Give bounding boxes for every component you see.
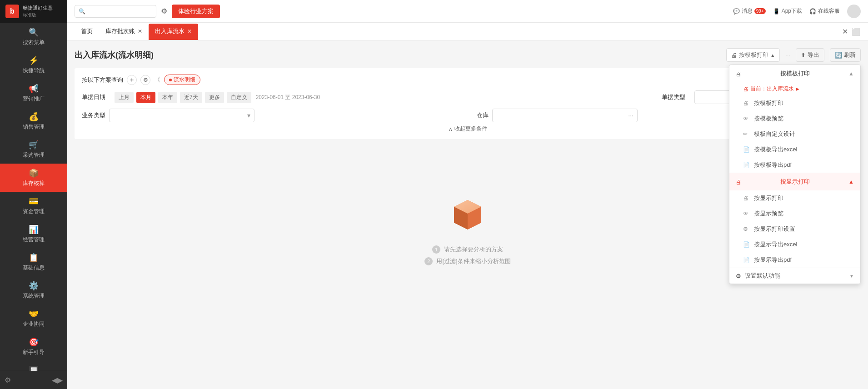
export-icon: ⬆ [801, 52, 806, 59]
dp-set-default-footer[interactable]: ⚙ 设置默认功能 ▼ [729, 268, 860, 284]
print-template-button[interactable]: 🖨 按模板打印 ▲ [726, 48, 780, 62]
sidebar-item-basic[interactable]: 📋 基础信息 [0, 248, 67, 276]
app-sub: 标准版 [23, 12, 53, 18]
topbar-message[interactable]: 💬 消息 99+ [733, 7, 766, 15]
dp-item-display-excel[interactable]: 📄 按显示导出excel [729, 237, 860, 252]
date-group: 上月 本月 本年 近7天 更多 自定义 2023-06-01 至 2023-06… [115, 92, 653, 103]
app-center-icon: 🔲 [29, 365, 39, 371]
tab-inout-close-icon[interactable]: ✕ [187, 28, 192, 35]
dp-template-header[interactable]: 🖨 按模板打印 ▲ [729, 65, 860, 82]
date-btn-7days[interactable]: 近7天 [180, 92, 202, 103]
warehouse-label: 仓库 [477, 111, 489, 120]
service-icon: 🎧 [809, 8, 816, 15]
biz-type-dropdown-icon: ▾ [247, 112, 250, 119]
message-icon: 💬 [733, 8, 740, 15]
sidebar-item-newbie[interactable]: 🎯 新手引导 [0, 333, 67, 361]
app-label: App下载 [782, 7, 802, 15]
dp-template-design-icon: ✏ [743, 131, 750, 137]
dp-item-template-design[interactable]: ✏ 模板自定义设计 [729, 126, 860, 142]
newbie-icon: 🎯 [29, 337, 39, 347]
chevron-up-icon: ▲ [770, 53, 775, 58]
dp-template-print2-icon: 🖨 [743, 100, 750, 106]
collapse-label: 收起更多条件 [454, 125, 487, 133]
date-btn-more[interactable]: 更多 [205, 92, 224, 103]
dp-display-section: 🖨 按显示打印 ▲ 🖨 按显示打印 👁 按显示预览 [729, 173, 860, 268]
sidebar-item-app-center[interactable]: 🔲 应用中心 [0, 361, 67, 371]
sidebar-item-label: 企业协同 [23, 320, 45, 328]
filter-settings-button[interactable]: ⚙ [140, 75, 150, 85]
app-icon: 📱 [773, 8, 780, 15]
sidebar-item-search[interactable]: 🔍 搜索菜单 [0, 23, 67, 51]
sidebar-item-label: 系统管理 [23, 292, 45, 300]
finance-icon: 💳 [29, 196, 39, 206]
dp-display-header[interactable]: 🖨 按显示打印 ▲ [729, 173, 860, 190]
date-btn-this-month[interactable]: 本月 [136, 92, 155, 103]
sidebar-item-operation[interactable]: 📊 经营管理 [0, 220, 67, 248]
dp-display-preview-icon: 👁 [743, 210, 750, 217]
window-close-icon[interactable]: ✕ [842, 27, 848, 36]
filter-tag: 流水明细 [164, 75, 200, 85]
sidebar-item-sales[interactable]: 💰 销售管理 [0, 107, 67, 135]
sidebar-item-marketing[interactable]: 📢 营销推广 [0, 79, 67, 107]
tab-inventory-close-icon[interactable]: ✕ [138, 28, 142, 35]
quick-nav-icon: ⚡ [29, 55, 39, 65]
dp-display-chevron-icon: ▲ [848, 179, 854, 185]
date-btn-custom[interactable]: 自定义 [227, 92, 251, 103]
dp-item-display-preview[interactable]: 👁 按显示预览 [729, 206, 860, 221]
sidebar-item-purchase[interactable]: 🛒 采购管理 [0, 135, 67, 164]
main-content: 🔍 ⚙ 体验行业方案 💬 消息 99+ 📱 App下载 🎧 在线客服 首页 [67, 0, 868, 389]
topbar-gear-icon[interactable]: ⚙ [161, 7, 167, 15]
tab-inout-flow[interactable]: 出入库流水 ✕ [149, 24, 198, 40]
service-label: 在线客服 [818, 7, 840, 15]
tab-inventory-batch[interactable]: 库存批次账 ✕ [99, 24, 149, 40]
user-avatar[interactable] [847, 5, 861, 18]
topbar-search-input[interactable] [87, 8, 142, 15]
dp-item-template-pdf[interactable]: 📄 按模板导出pdf [729, 157, 860, 173]
refresh-button[interactable]: 🔄 刷新 [830, 48, 861, 62]
separator: ··· [785, 52, 790, 59]
dp-template-excel-icon: 📄 [743, 146, 750, 153]
sidebar-item-label: 营销推广 [23, 95, 45, 103]
filter-add-button[interactable]: ＋ [127, 75, 137, 85]
basic-icon: 📋 [29, 253, 39, 263]
settings-gear-icon[interactable]: ⚙ [5, 376, 11, 384]
biz-type-select[interactable]: ▾ [109, 109, 254, 122]
sidebar-item-corp[interactable]: 🤝 企业协同 [0, 304, 67, 333]
tabs-bar: 首页 库存批次账 ✕ 出入库流水 ✕ ✕ ⬜ [67, 23, 868, 41]
dp-item-template-preview[interactable]: 👁 按模板预览 [729, 111, 860, 126]
dp-item-template-print[interactable]: 🖨 按模板打印 [729, 95, 860, 111]
sidebar-item-inventory[interactable]: 📦 库存核算 [0, 164, 67, 192]
topbar-app-download[interactable]: 📱 App下载 [773, 7, 802, 15]
dp-template-section: 🖨 按模板打印 ▲ 🖨 当前：出入库流水 ▶ 🖨 按模板打印 [729, 65, 860, 173]
tab-home[interactable]: 首页 [75, 24, 99, 40]
export-button[interactable]: ⬆ 导出 [796, 48, 824, 62]
date-btn-this-year[interactable]: 本年 [158, 92, 177, 103]
dp-item-template-excel[interactable]: 📄 按模板导出excel [729, 142, 860, 157]
topbar-customer-service[interactable]: 🎧 在线客服 [809, 7, 840, 15]
filter-tag-dot [169, 79, 172, 81]
system-icon: ⚙️ [29, 281, 39, 291]
dp-item-display-pdf[interactable]: 📄 按显示导出pdf [729, 252, 860, 268]
warehouse-select[interactable]: ··· [492, 109, 638, 122]
dp-current-label: 🖨 当前：出入库流水 ▶ [729, 82, 860, 95]
window-controls: ✕ ⬜ [842, 27, 861, 36]
filter-collapse-icon[interactable]: 《 [154, 76, 160, 84]
trial-industry-button[interactable]: 体验行业方案 [172, 5, 220, 18]
operation-icon: 📊 [29, 224, 39, 234]
sidebar-item-finance[interactable]: 💳 资金管理 [0, 192, 67, 220]
sidebar-item-label: 搜索菜单 [23, 39, 45, 46]
date-btn-last-month[interactable]: 上月 [115, 92, 134, 103]
step2-num: 2 [424, 257, 433, 265]
collapse-sidebar-icon[interactable]: ◀▶ [52, 376, 63, 384]
sidebar-item-quick-nav[interactable]: ⚡ 快捷导航 [0, 51, 67, 79]
tab-inout-label: 出入库流水 [155, 27, 185, 35]
sidebar-item-system[interactable]: ⚙️ 系统管理 [0, 276, 67, 304]
topbar-search-box[interactable]: 🔍 [75, 5, 156, 18]
inventory-icon: 📦 [29, 168, 39, 178]
step2-text: 用[过滤]条件来缩小分析范围 [436, 257, 510, 265]
window-maximize-icon[interactable]: ⬜ [852, 27, 861, 36]
dp-item-display-settings[interactable]: ⚙ 按显示打印设置 [729, 221, 860, 237]
dp-item-display-print[interactable]: 🖨 按显示打印 [729, 190, 860, 206]
sidebar-item-label: 采购管理 [23, 151, 45, 159]
biz-type-label: 业务类型 [82, 111, 105, 120]
